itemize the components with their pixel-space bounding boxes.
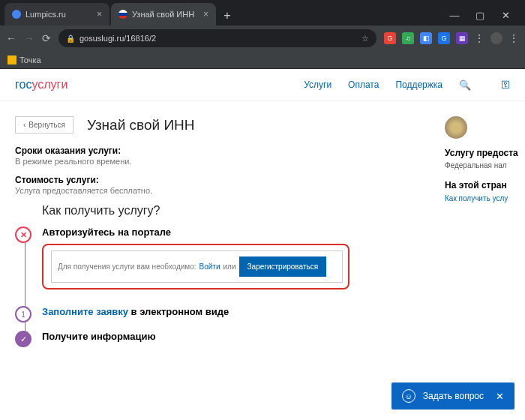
check-icon: ✓ [15,331,32,347]
star-icon[interactable]: ☆ [362,34,369,44]
kebab-icon[interactable]: ⋮ [508,32,519,44]
cost-value: Услуга предоставляется бесплатно. [15,186,439,195]
ext-icon[interactable]: ◧ [420,32,432,44]
extensions: G ♫ ◧ G ▦ ⋮ ⋮ [384,32,519,44]
terms-label: Сроки оказания услуги: [15,146,439,156]
ask-question-button[interactable]: ☺ Задать вопрос ✕ [392,382,514,410]
back-button[interactable]: ← [6,32,16,44]
emblem-icon [445,116,467,139]
main-column: ‹ Вернуться Узнай свой ИНН Сроки оказани… [15,109,439,351]
url-field[interactable]: 🔒 gosuslugi.ru/16816/2 ☆ [58,29,376,47]
or-text: или [224,262,236,271]
tab-gosuslugi[interactable]: Узнай свой ИНН × [111,3,216,26]
back-label: Вернуться [28,121,65,129]
bookmark-tochka[interactable]: Точка [8,56,41,64]
logo[interactable]: госуслуги [15,78,68,92]
fill-suffix: в электронном виде [128,306,229,317]
title-row: ‹ Вернуться Узнай свой ИНН [15,116,439,134]
url-text: gosuslugi.ru/16816/2 [80,34,156,43]
page-viewport: госуслуги Услуги Оплата Поддержка 🔍 ⚿ ‹ … [0,69,525,420]
login-key-icon[interactable]: ⚿ [501,80,510,90]
step-fill-title: Заполните заявку в электронном виде [42,306,439,317]
folder-icon [8,56,16,64]
menu-icon[interactable]: ⋮ [474,32,484,44]
tab-title: Узнай свой ИНН [132,10,199,19]
auth-callout: Для получения услуги вам необходимо: Вой… [42,244,350,290]
logo-part1: гос [15,78,32,91]
search-icon[interactable]: 🔍 [459,80,471,91]
side-onpage-title: На этой стран [445,180,525,190]
auth-hint: Для получения услуги вам необходимо: [58,262,196,271]
back-link[interactable]: ‹ Вернуться [15,116,74,134]
cost-label: Стоимость услуги: [15,175,439,185]
chevron-left-icon: ‹ [23,121,26,129]
step-fill: 1 Заполните заявку в электронном виде [42,306,439,317]
side-anchor-how[interactable]: Как получить услу [445,194,508,202]
nav-support[interactable]: Поддержка [395,80,442,90]
step-info-title: Получите информацию [42,331,439,342]
steps: Как получить услугу? ✕ Авторизуйтесь на … [15,204,439,342]
ext-icon[interactable]: G [438,32,450,44]
top-nav: Услуги Оплата Поддержка 🔍 ⚿ [304,80,510,91]
close-icon[interactable]: × [203,9,208,20]
forward-button[interactable]: → [24,32,34,44]
step-info: ✓ Получите информацию [42,331,439,342]
avatar-icon[interactable] [490,32,502,44]
sidebar: Услугу предоста Федеральная нал На этой … [439,109,525,351]
terms-value: В режиме реального времени. [15,157,439,166]
nav-services[interactable]: Услуги [304,80,332,90]
register-button[interactable]: Зарегистрироваться [239,256,327,277]
content: ‹ Вернуться Узнай свой ИНН Сроки оказани… [0,101,525,351]
step-auth: ✕ Авторизуйтесь на портале Для получения… [42,226,439,290]
reload-button[interactable]: ⟳ [42,32,51,44]
ext-icon[interactable]: G [384,32,396,44]
tab-title: Lumpics.ru [26,10,92,19]
section-cost: Стоимость услуги: Услуга предоставляется… [15,175,439,195]
section-terms: Сроки оказания услуги: В режиме реальног… [15,146,439,166]
side-provider-text: Федеральная нал [445,161,525,170]
step-auth-title: Авторизуйтесь на портале [42,226,439,238]
ext-icon[interactable]: ▦ [456,32,468,44]
tab-lumpics[interactable]: Lumpics.ru × [4,3,110,26]
bookmarks-bar: Точка [0,51,525,69]
lock-icon: 🔒 [66,34,75,43]
bookmark-label: Точка [20,56,41,64]
how-title: Как получить услугу? [42,204,439,218]
close-icon[interactable]: ✕ [496,391,504,402]
auth-inner: Для получения услуги вам необходимо: Вой… [51,250,343,283]
maximize-button[interactable]: ▢ [470,10,490,21]
favicon-icon [12,10,21,19]
new-tab-button[interactable]: + [218,6,237,26]
ext-icon[interactable]: ♫ [402,32,414,44]
ask-label: Задать вопрос [423,391,484,401]
nav-payment[interactable]: Оплата [348,80,379,90]
address-bar: ← → ⟳ 🔒 gosuslugi.ru/16816/2 ☆ G ♫ ◧ G ▦… [0,26,525,51]
chat-face-icon: ☺ [402,389,416,403]
minimize-button[interactable]: — [444,10,465,21]
login-link[interactable]: Войти [200,262,220,271]
close-icon[interactable]: × [97,9,102,20]
close-button[interactable]: ✕ [495,10,516,21]
fill-link[interactable]: Заполните заявку [42,306,128,317]
page-title: Узнай свой ИНН [87,117,195,134]
side-provider-title: Услугу предоста [445,148,525,158]
step-number-icon: 1 [15,306,32,322]
window-controls: — ▢ ✕ [440,10,520,26]
favicon-icon [118,10,128,19]
browser-titlebar: Lumpics.ru × Узнай свой ИНН × + — ▢ ✕ [0,0,525,26]
logo-part2: услуги [32,78,68,91]
site-header: госуслуги Услуги Оплата Поддержка 🔍 ⚿ [0,69,525,101]
cross-icon: ✕ [15,226,32,243]
